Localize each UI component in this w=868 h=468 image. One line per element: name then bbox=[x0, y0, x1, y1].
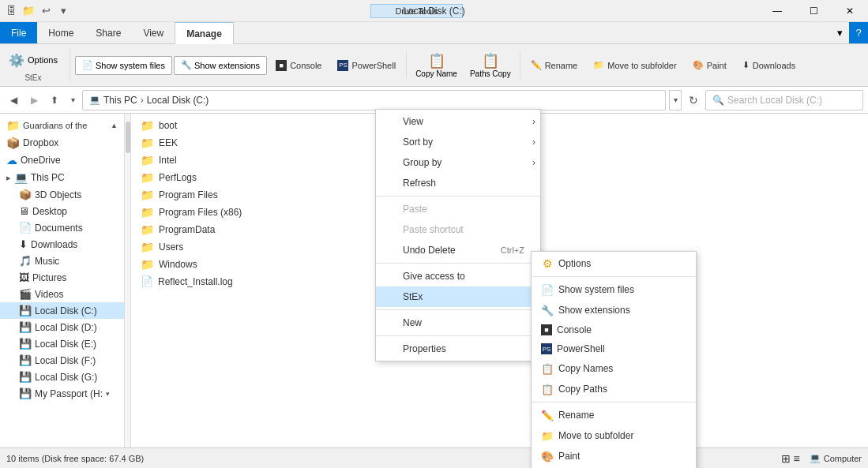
view-list-icon[interactable]: ≡ bbox=[794, 452, 800, 465]
console-icon: ■ bbox=[276, 60, 287, 71]
submenu-show-extensions[interactable]: 🔧 Show extensions bbox=[532, 300, 696, 320]
move-to-subfolder-button[interactable]: 📁 Move to subfolder bbox=[586, 56, 683, 75]
folder-programdata-icon: 📁 bbox=[141, 223, 154, 236]
refresh-cm-icon bbox=[385, 177, 398, 189]
sidebar-item-documents[interactable]: 📄 Documents bbox=[0, 219, 124, 236]
search-input[interactable]: 🔍 Search Local Disk (C:) bbox=[705, 90, 863, 110]
submenu-show-system-files[interactable]: 📄 Show system files bbox=[532, 279, 696, 300]
context-refresh[interactable]: Refresh bbox=[376, 173, 540, 193]
submenu-console[interactable]: ■ Console bbox=[532, 320, 696, 339]
group-arrow-icon: › bbox=[532, 157, 535, 168]
address-dropdown-button[interactable]: ▾ bbox=[669, 90, 682, 110]
close-button[interactable]: ✕ bbox=[832, 6, 868, 17]
context-paste[interactable]: Paste bbox=[376, 199, 540, 219]
sidebar-item-3dobjects[interactable]: 📦 3D Objects bbox=[0, 186, 124, 203]
recent-locations-button[interactable]: ▾ bbox=[66, 92, 79, 109]
context-paste-shortcut[interactable]: Paste shortcut bbox=[376, 219, 540, 240]
sidebar-item-onedrive[interactable]: ☁ OneDrive bbox=[0, 152, 124, 169]
sidebar-item-pictures[interactable]: 🖼 Pictures bbox=[0, 269, 124, 286]
access-cm-icon bbox=[385, 270, 398, 283]
sidebar-scrollbar[interactable] bbox=[125, 114, 131, 447]
sidebar-item-localdisk-e[interactable]: 💾 Local Disk (E:) bbox=[0, 335, 124, 352]
address-input[interactable]: 💻 This PC › Local Disk (C:) bbox=[82, 90, 666, 110]
show-extensions-button[interactable]: 🔧 Show extensions bbox=[174, 56, 267, 75]
sidebar-item-localdisk-c[interactable]: 💾 Local Disk (C:) bbox=[0, 302, 124, 319]
status-right: ⊞ ≡ bbox=[781, 452, 800, 465]
back-button[interactable]: ◀ bbox=[5, 92, 22, 109]
save-icon[interactable]: 🗄 bbox=[3, 3, 19, 19]
context-view[interactable]: View › bbox=[376, 111, 540, 132]
stex-label: StEx bbox=[24, 73, 41, 82]
context-new[interactable]: New › bbox=[376, 313, 540, 333]
downloads-button[interactable]: ⬇ Downloads bbox=[735, 56, 802, 75]
minimize-button[interactable]: — bbox=[759, 6, 795, 17]
submenu-copy-names[interactable]: 📋 Copy Names bbox=[532, 358, 696, 379]
sidebar-item-dropbox[interactable]: 📦 Dropbox bbox=[0, 134, 124, 152]
sort-cm-icon bbox=[385, 136, 398, 148]
move-subfolder-icon: 📁 bbox=[593, 60, 604, 70]
sub-separator-1 bbox=[532, 276, 696, 277]
expand-icon: ▸ bbox=[6, 173, 11, 183]
new-folder-icon[interactable]: 📁 bbox=[21, 3, 36, 19]
3dobjects-icon: 📦 bbox=[19, 189, 32, 200]
copy-name-button[interactable]: 📋 Copy Name bbox=[410, 50, 463, 80]
submenu-copy-paths[interactable]: 📋 Copy Paths bbox=[532, 379, 696, 399]
maximize-button[interactable]: ☐ bbox=[795, 6, 832, 17]
computer-icon: 💻 bbox=[14, 171, 28, 184]
context-group-by[interactable]: Group by › bbox=[376, 152, 540, 173]
submenu-paint[interactable]: 🎨 Paint bbox=[532, 446, 696, 466]
sidebar-item-downloads[interactable]: ⬇ Downloads bbox=[0, 236, 124, 253]
sidebar-item-localdisk-f[interactable]: 💾 Local Disk (F:) bbox=[0, 352, 124, 369]
sidebar-item-mypassport[interactable]: 💾 My Passport (H: ▾ bbox=[0, 385, 124, 402]
tab-share[interactable]: Share bbox=[85, 22, 132, 43]
context-menu[interactable]: View › Sort by › Group by › Refresh Past… bbox=[375, 109, 541, 361]
undo-icon[interactable]: ↩ bbox=[38, 3, 54, 19]
context-undo-delete[interactable]: Undo Delete Ctrl+Z bbox=[376, 240, 540, 260]
drive-g-icon: 💾 bbox=[19, 371, 32, 383]
folder-windows-icon: 📁 bbox=[141, 258, 154, 271]
group-cm-icon bbox=[385, 156, 398, 169]
context-properties[interactable]: Properties bbox=[376, 339, 540, 359]
stex-submenu[interactable]: ⚙ Options 📄 Show system files 🔧 Show ext… bbox=[531, 251, 697, 468]
paths-copy-button[interactable]: 📋 Paths Copy bbox=[464, 50, 517, 80]
downloads-icon: ⬇ bbox=[742, 60, 750, 70]
sidebar-item-music[interactable]: 🎵 Music bbox=[0, 253, 124, 269]
sidebar-item-localdisk-g[interactable]: 💾 Local Disk (G:) bbox=[0, 369, 124, 385]
tab-view[interactable]: View bbox=[132, 22, 175, 43]
submenu-rename[interactable]: ✏️ Rename bbox=[532, 405, 696, 425]
up-button[interactable]: ⬆ bbox=[46, 92, 63, 109]
pictures-icon: 🖼 bbox=[19, 271, 29, 283]
forward-button[interactable]: ▶ bbox=[25, 92, 43, 109]
show-system-files-button[interactable]: 📄 Show system files bbox=[75, 56, 172, 75]
submenu-move-subfolder[interactable]: 📁 Move to subfolder bbox=[532, 425, 696, 446]
folder-users-icon: 📁 bbox=[141, 241, 154, 253]
console-button[interactable]: ■ Console bbox=[269, 56, 329, 75]
submenu-options[interactable]: ⚙ Options bbox=[532, 253, 696, 274]
tab-manage[interactable]: Manage bbox=[175, 22, 234, 44]
tab-home[interactable]: Home bbox=[37, 22, 85, 43]
system-files-icon: 📄 bbox=[82, 60, 93, 70]
music-icon: 🎵 bbox=[19, 255, 32, 267]
context-give-access[interactable]: Give access to › bbox=[376, 266, 540, 286]
folder-icon: 📁 bbox=[6, 119, 20, 132]
paint-button[interactable]: 🎨 Paint bbox=[686, 56, 734, 75]
context-sort-by[interactable]: Sort by › bbox=[376, 132, 540, 152]
sidebar-item-thispc[interactable]: ▸ 💻 This PC bbox=[0, 169, 124, 186]
context-stex[interactable]: StEx › bbox=[376, 286, 540, 307]
powershell-button[interactable]: PS PowerShell bbox=[330, 56, 403, 75]
help-icon[interactable]: ? bbox=[849, 22, 868, 43]
refresh-button[interactable]: ↻ bbox=[685, 92, 702, 109]
submenu-powershell[interactable]: PS PowerShell bbox=[532, 339, 696, 358]
dropdown-arrow-icon[interactable]: ▾ bbox=[55, 3, 71, 19]
tab-file[interactable]: File bbox=[0, 22, 37, 43]
view-tiles-icon[interactable]: ⊞ bbox=[781, 452, 791, 465]
search-icon: 🔍 bbox=[712, 95, 724, 106]
sidebar-item-videos[interactable]: 🎬 Videos bbox=[0, 286, 124, 302]
sidebar-item-guardians[interactable]: 📁 Guardians of the ▲ bbox=[0, 117, 124, 134]
sidebar-item-localdisk-d[interactable]: 💾 Local Disk (D:) bbox=[0, 319, 124, 335]
ribbon-expand-icon[interactable]: ▾ bbox=[830, 22, 849, 43]
stex-options-button[interactable]: ⚙️ Options bbox=[3, 49, 63, 72]
drive-c-icon: 💾 bbox=[19, 305, 32, 316]
rename-button[interactable]: ✏️ Rename bbox=[524, 56, 585, 75]
sidebar-item-desktop[interactable]: 🖥 Desktop bbox=[0, 203, 124, 219]
